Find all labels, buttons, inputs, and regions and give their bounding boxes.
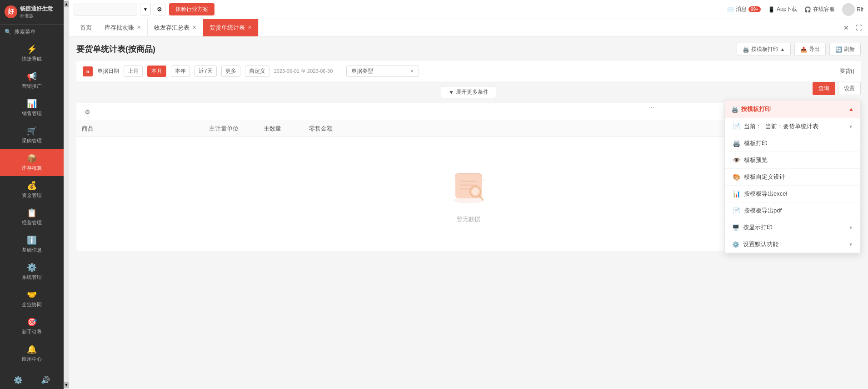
tab-close-receipt-summary[interactable]: ✕ <box>192 25 196 30</box>
filter-expand-btn[interactable]: » <box>83 66 93 76</box>
tab-requisition-stats[interactable]: 要货单统计表 ✕ <box>203 19 259 36</box>
edition-label: 标准版 <box>20 13 53 19</box>
expand-more-icon: ▼ <box>449 89 454 96</box>
bill-type-arrow-icon: ▼ <box>409 69 414 74</box>
basic-icon: ℹ️ <box>27 235 37 245</box>
quick-nav-icon: ⚡ <box>27 44 37 54</box>
trial-industry-btn[interactable]: 体验行业方案 <box>169 3 215 15</box>
app-download-item[interactable]: 📱 App下载 <box>768 5 797 13</box>
sidebar-item-purchase[interactable]: 🛒 采购管理 <box>0 121 64 149</box>
sound-icon[interactable]: 🔊 <box>41 376 50 384</box>
sidebar-item-system[interactable]: ⚙️ 系统管理 <box>0 258 64 285</box>
sales-icon: 📊 <box>27 99 37 109</box>
message-item[interactable]: ✉️ 消息 99+ <box>727 5 761 13</box>
sidebar-item-search[interactable]: 🔍 搜索菜单 <box>0 25 64 40</box>
query-settings-area: 查询 设置 <box>813 82 861 95</box>
template-export-excel-icon: 📊 <box>732 190 740 197</box>
export-btn[interactable]: 📤 导出 <box>794 43 826 56</box>
tab-receipt-summary[interactable]: 收发存汇总表 ✕ <box>148 19 203 36</box>
table-settings-icon[interactable]: ⚙ <box>82 106 93 117</box>
print-dropdown-close-icon[interactable]: ▲ <box>848 106 854 112</box>
set-default-item[interactable]: ⚙️ 设置默认功能 ▼ <box>725 236 860 253</box>
scroll-down-btn[interactable]: ▼ <box>64 382 69 388</box>
col-amount: 零售金额 <box>304 121 358 137</box>
print-template-btn[interactable]: 🖨️ 按模板打印 ▲ <box>737 43 791 56</box>
template-preview-item[interactable]: 👁️ 模板预览 <box>725 152 860 169</box>
col-product: 商品 <box>76 121 204 137</box>
online-service-item[interactable]: 🎧 在线客服 <box>804 5 835 13</box>
template-print-item[interactable]: 🖨️ 模板打印 <box>725 135 860 152</box>
topbar-right: ✉️ 消息 99+ 📱 App下载 🎧 在线客服 Rit <box>727 3 863 16</box>
window-close-btn[interactable]: ✕ <box>842 23 851 32</box>
print-icon: 🖨️ <box>731 106 738 113</box>
logo-icon: 好 <box>5 5 17 18</box>
sidebar-item-appstore[interactable]: 🔔 应用中心 <box>0 340 64 367</box>
topbar: ▼ ⚙ 体验行业方案 ✉️ 消息 99+ 📱 App下载 🎧 在线客服 Rit <box>69 0 868 19</box>
tab-close-inventory-batch[interactable]: ✕ <box>137 25 141 30</box>
topbar-search-input[interactable] <box>74 4 137 15</box>
user-avatar-item[interactable]: Rit <box>842 3 863 16</box>
print-dropdown-header: 🖨️ 按模板打印 ▲ <box>725 101 860 118</box>
expand-icon: » <box>86 68 90 75</box>
settings-btn[interactable]: 设置 <box>838 82 861 95</box>
purchase-icon: 🛒 <box>27 126 37 136</box>
tab-close-requisition-stats[interactable]: ✕ <box>248 25 252 30</box>
col-unit: 主计量单位 <box>204 121 258 137</box>
query-btn[interactable]: 查询 <box>813 82 835 95</box>
date-btn-current-month[interactable]: 本月 <box>147 66 166 77</box>
sidebar-item-sales[interactable]: 📊 销售管理 <box>0 94 64 121</box>
expand-more-btn[interactable]: ▼ 展开更多条件 <box>441 86 496 98</box>
sidebar-item-inventory[interactable]: 📦 库存核算 <box>0 149 64 176</box>
sidebar-item-quick-nav[interactable]: ⚡ 快捷导航 <box>0 40 64 67</box>
sidebar-item-operation[interactable]: 📋 经营管理 <box>0 203 64 231</box>
template-design-item[interactable]: 🎨 模板自定义设计 <box>725 169 860 186</box>
empty-text: 暂无数据 <box>457 215 480 223</box>
set-default-icon: ⚙️ <box>732 241 739 248</box>
template-export-pdf-item[interactable]: 📄 按模板导出pdf <box>725 202 860 219</box>
sidebar-scroll: ▲ ▼ <box>64 0 69 389</box>
operation-icon: 📋 <box>27 208 37 218</box>
date-btn-7days[interactable]: 近7天 <box>195 66 217 77</box>
sidebar-item-finance[interactable]: 💰 资金管理 <box>0 176 64 203</box>
refresh-icon: 🔄 <box>835 46 842 53</box>
sidebar-item-marketing[interactable]: 📢 营销推广 <box>0 67 64 94</box>
topbar-gear-btn[interactable]: ⚙ <box>154 4 165 15</box>
date-btn-prev-month[interactable]: 上月 <box>124 66 143 77</box>
refresh-btn[interactable]: 🔄 刷新 <box>829 43 861 56</box>
print-current-item[interactable]: 📄 当前： 当前：要货单统计表 ▼ <box>725 118 860 135</box>
date-btn-more[interactable]: 更多 <box>221 66 240 77</box>
set-default-expand-icon: ▼ <box>848 242 853 247</box>
print-dropdown-panel: 🖨️ 按模板打印 ▲ 📄 当前： 当前：要货单统计表 ▼ 🖨️ 模板打印 👁️ … <box>724 100 861 253</box>
search-icon: 🔍 <box>5 29 11 35</box>
message-badge: 99+ <box>748 6 761 12</box>
username-text: Rit <box>857 6 863 13</box>
app-download-icon: 📱 <box>768 6 775 13</box>
tab-home[interactable]: 首页 <box>74 19 98 36</box>
scroll-up-btn[interactable]: ▲ <box>64 1 69 7</box>
export-icon: 📤 <box>800 46 807 53</box>
sidebar-item-guide[interactable]: 🎯 新手引导 <box>0 313 64 340</box>
window-maximize-btn[interactable]: ⛶ <box>854 23 863 32</box>
template-export-excel-item[interactable]: 📊 按模板导出excel <box>725 186 860 202</box>
sidebar: 好 畅捷通好生意 标准版 🔍 搜索菜单 ⚡ 快捷导航 📢 营销推广 📊 销售管理… <box>0 0 64 389</box>
col-quantity: 主数量 <box>258 121 304 137</box>
filter-more-dots[interactable]: ··· <box>649 104 654 112</box>
svg-point-9 <box>483 179 484 181</box>
svg-rect-1 <box>455 174 482 198</box>
date-btn-current-year[interactable]: 本年 <box>171 66 190 77</box>
tab-inventory-batch[interactable]: 库存批次账 ✕ <box>98 19 148 36</box>
topbar-dropdown-btn[interactable]: ▼ <box>140 4 151 15</box>
bill-type-select[interactable]: 单据类型 ▼ <box>346 66 419 77</box>
display-print-item[interactable]: 🖥️ 按显示打印 ▼ <box>725 219 860 236</box>
template-export-pdf-icon: 📄 <box>732 207 740 214</box>
date-btn-custom[interactable]: 自定义 <box>245 66 269 77</box>
topbar-search-area: ▼ ⚙ <box>74 4 165 15</box>
headphone-icon: 🎧 <box>804 6 811 13</box>
sidebar-item-coop[interactable]: 🤝 企业协同 <box>0 285 64 313</box>
avatar <box>842 3 855 16</box>
sidebar-item-basic[interactable]: ℹ️ 基础信息 <box>0 231 64 258</box>
sidebar-item-wechat[interactable]: 💬 企业微信 <box>0 367 64 371</box>
settings-icon[interactable]: ⚙️ <box>14 376 23 384</box>
template-preview-icon: 👁️ <box>732 157 740 164</box>
print-dropdown-title: 🖨️ 按模板打印 <box>731 105 771 113</box>
